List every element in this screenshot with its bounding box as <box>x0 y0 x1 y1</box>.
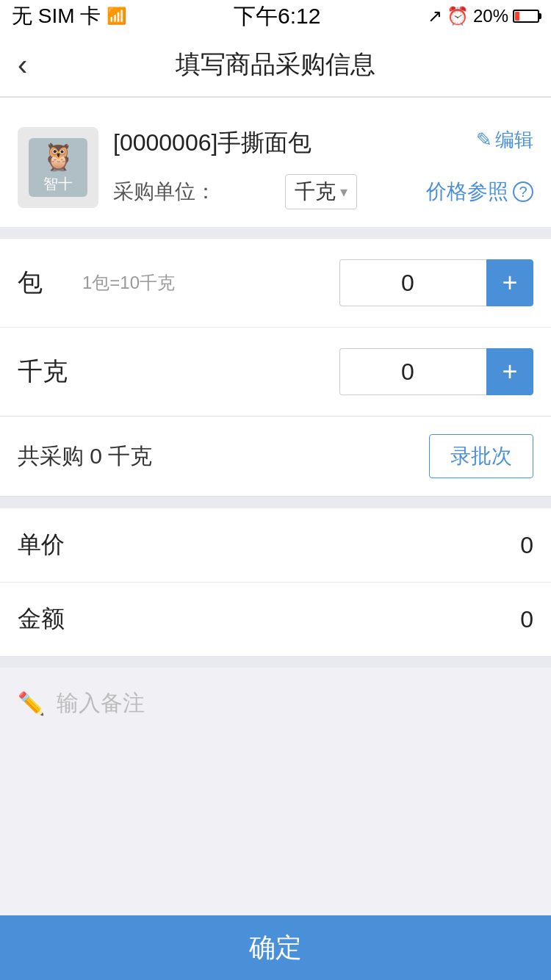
back-button[interactable]: ‹ <box>18 50 27 79</box>
kg-plus-button[interactable]: + <box>486 348 533 395</box>
kg-quantity-input[interactable] <box>339 348 486 395</box>
section-divider-3 <box>0 656 551 668</box>
kg-quantity-row: 千克 + <box>0 328 551 416</box>
product-card: 🦉 智十 [0000006]手撕面包 ✎ 编辑 采购单位： 千克 ▾ <box>0 109 551 227</box>
unit-price-row: 单价 0 <box>0 508 551 583</box>
alarm-icon: ⏰ <box>447 6 469 26</box>
unit-price-value: 0 <box>520 532 533 559</box>
edit-button[interactable]: ✎ 编辑 <box>476 127 533 153</box>
status-bar: 无 SIM 卡 📶 下午6:12 ↗ ⏰ 20% <box>0 0 551 32</box>
unit-label: 采购单位： <box>113 178 216 206</box>
battery-bar <box>513 10 539 23</box>
total-row: 共采购 0 千克 录批次 <box>0 416 551 497</box>
main-content: 🦉 智十 [0000006]手撕面包 ✎ 编辑 采购单位： 千克 ▾ <box>0 98 551 980</box>
kg-label: 千克 <box>18 355 76 389</box>
battery-fill <box>515 12 519 21</box>
product-logo: 🦉 智十 <box>29 138 87 197</box>
bottom-bar: 确定 <box>0 915 551 980</box>
bag-input-wrap: + <box>339 259 533 306</box>
product-image: 🦉 智十 <box>18 127 98 208</box>
info-icon: ? <box>513 181 533 202</box>
product-info: [0000006]手撕面包 ✎ 编辑 采购单位： 千克 ▾ 价格参照 ? <box>113 127 533 209</box>
logo-subtext: 智十 <box>43 174 73 194</box>
carrier-text: 无 SIM 卡 <box>12 2 101 30</box>
scroll-area: 🦉 智十 [0000006]手撕面包 ✎ 编辑 采购单位： 千克 ▾ <box>0 98 551 980</box>
total-label: 共采购 0 千克 <box>18 442 152 472</box>
quantity-section: 包 1包=10千克 + 千克 + <box>0 239 551 416</box>
page-title: 填写商品采购信息 <box>176 48 375 82</box>
time-display: 下午6:12 <box>234 1 320 32</box>
amount-row: 金额 0 <box>0 583 551 656</box>
bag-quantity-input[interactable] <box>339 259 486 306</box>
bag-plus-button[interactable]: + <box>486 259 533 306</box>
nav-bar: ‹ 填写商品采购信息 <box>0 32 551 97</box>
battery-pct: 20% <box>473 6 508 26</box>
price-ref-label: 价格参照 <box>426 178 508 206</box>
section-divider-2 <box>0 497 551 508</box>
chevron-down-icon: ▾ <box>340 183 347 201</box>
status-right: ↗ ⏰ 20% <box>428 6 539 26</box>
bag-label: 包 <box>18 266 76 300</box>
unit-value: 千克 <box>295 178 336 206</box>
bag-sub-label: 1包=10千克 <box>82 271 339 295</box>
edit-label: 编辑 <box>495 127 533 153</box>
logo-owl-icon: 🦉 <box>42 142 75 173</box>
note-placeholder: 输入备注 <box>57 688 145 718</box>
section-divider-1 <box>0 227 551 239</box>
product-unit-row: 采购单位： 千克 ▾ 价格参照 ? <box>113 174 533 209</box>
price-ref-button[interactable]: 价格参照 ? <box>426 178 533 206</box>
bag-quantity-row: 包 1包=10千克 + <box>0 239 551 328</box>
unit-price-label: 单价 <box>18 529 65 561</box>
status-left: 无 SIM 卡 📶 <box>12 2 126 30</box>
top-spacer <box>0 98 551 109</box>
detail-section: 单价 0 金额 0 <box>0 508 551 656</box>
location-icon: ↗ <box>428 6 442 26</box>
product-name: [0000006]手撕面包 <box>113 127 476 159</box>
amount-label: 金额 <box>18 603 65 635</box>
product-header: [0000006]手撕面包 ✎ 编辑 <box>113 127 533 159</box>
confirm-button[interactable]: 确定 <box>0 915 551 980</box>
amount-value: 0 <box>520 606 533 633</box>
note-section[interactable]: ✏️ 输入备注 <box>0 668 551 739</box>
kg-input-wrap: + <box>339 348 533 395</box>
unit-select[interactable]: 千克 ▾ <box>285 174 357 209</box>
wifi-icon: 📶 <box>107 7 126 26</box>
edit-icon: ✎ <box>476 129 492 151</box>
pencil-icon: ✏️ <box>18 691 45 716</box>
batch-button[interactable]: 录批次 <box>429 434 533 478</box>
